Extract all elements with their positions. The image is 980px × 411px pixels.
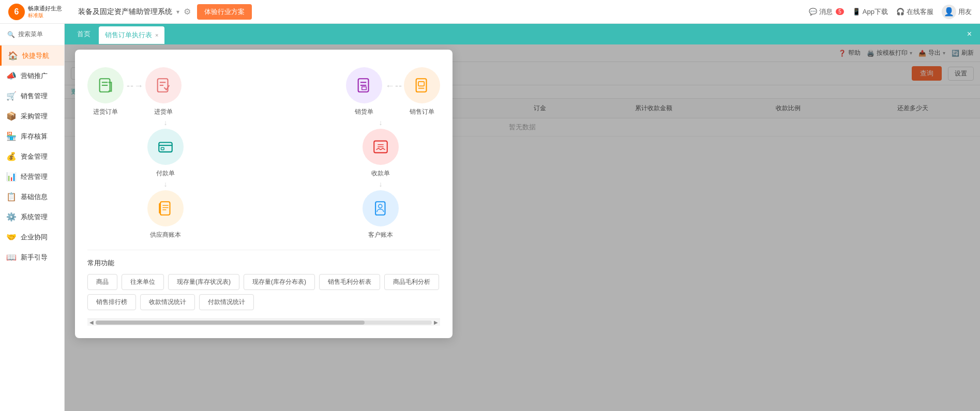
download-icon: 📱: [852, 8, 861, 16]
btn-goods-profit[interactable]: 商品毛利分析: [384, 274, 439, 290]
supplier-ledger-icon: [147, 190, 184, 226]
app-download-button[interactable]: 📱 App下载: [852, 7, 888, 17]
btn-sales-ranking[interactable]: 销售排行榜: [87, 294, 136, 310]
marketing-icon: 📣: [6, 71, 17, 81]
svg-rect-15: [161, 147, 164, 149]
scroll-track: [96, 321, 432, 325]
scroll-bar-area: ◀ ▶: [87, 318, 440, 326]
finance-icon: 💰: [6, 151, 17, 161]
top-bar: 6 畅康通好生意 标准版 装备及固定资产辅助管理系统 ▾ ⚙ 体验行业方案 💬 …: [0, 0, 980, 24]
purchase-bill-node[interactable]: 进货单: [145, 67, 182, 116]
purchase-order-node[interactable]: 进货订单: [87, 67, 124, 116]
btn-goods[interactable]: 商品: [87, 274, 117, 290]
search-icon: 🔍: [7, 31, 15, 38]
content-area: 首页 销售订单执行表 × × ❓ 帮助 🖨️ 按模板打印: [65, 24, 980, 411]
svg-rect-11: [418, 82, 424, 86]
sidebar-item-system[interactable]: ⚙️ 系统管理: [0, 207, 64, 227]
logo-text: 畅康通好生意 标准版: [28, 5, 62, 19]
message-icon: 💬: [809, 8, 817, 16]
btn-stock-distribution[interactable]: 现存量(库存分布表): [244, 274, 315, 290]
modal-overlay: 进货订单 - - → 进货单: [65, 44, 980, 411]
svg-rect-20: [159, 203, 160, 214]
svg-rect-9: [362, 87, 367, 90]
sidebar-item-finance[interactable]: 💰 资金管理: [0, 146, 64, 166]
guide-icon: 📖: [6, 252, 17, 262]
enterprise-icon: 🤝: [6, 232, 17, 242]
scroll-left-button[interactable]: ◀: [89, 319, 94, 325]
logo-area: 6 畅康通好生意 标准版: [8, 4, 73, 20]
arrow-down-payment: ↓: [164, 180, 168, 188]
sales-order-node[interactable]: 销售订单: [404, 67, 440, 116]
system-title: 装备及固定资产辅助管理系统 ▾ ⚙ 体验行业方案: [73, 4, 809, 20]
inventory-icon: 🏪: [6, 131, 17, 141]
btn-receipt-stats[interactable]: 收款情况统计: [140, 294, 195, 310]
app-wrapper: 6 畅康通好生意 标准版 装备及固定资产辅助管理系统 ▾ ⚙ 体验行业方案 💬 …: [0, 0, 980, 411]
sales-icon: 🛒: [6, 91, 17, 101]
btn-payment-stats[interactable]: 付款情况统计: [199, 294, 254, 310]
btn-stock-status[interactable]: 现存量(库存状况表): [168, 274, 239, 290]
arrow-down-sales: ↓: [379, 118, 383, 127]
payment-icon: [147, 129, 184, 165]
tab-close-icon[interactable]: ×: [155, 32, 158, 38]
customer-ledger-node[interactable]: 客户账本: [363, 190, 399, 239]
experience-button[interactable]: 体验行业方案: [197, 4, 252, 20]
arrow-down-purchase: ↓: [164, 118, 168, 127]
main-area: 🔍 搜索菜单 🏠 快捷导航 📣 营销推广 🛒 销售管理 📦 采购管理: [0, 24, 980, 411]
common-functions-section: 常用功能 商品 往来单位 现存量(库存状况表) 现存量(库存分布表) 销售毛利分…: [87, 250, 440, 310]
basic-icon: 📋: [6, 192, 17, 202]
avatar: 👤: [942, 5, 956, 19]
system-name: 装备及固定资产辅助管理系统: [78, 7, 172, 17]
sidebar-item-guide[interactable]: 📖 新手引导: [0, 247, 64, 267]
home-icon: 🏠: [8, 51, 18, 60]
svg-rect-13: [159, 143, 172, 152]
common-functions-title: 常用功能: [87, 258, 440, 268]
supplier-ledger-node[interactable]: 供应商账本: [147, 190, 184, 239]
system-icon: ⚙️: [6, 212, 17, 222]
dropdown-arrow-icon[interactable]: ▾: [176, 8, 179, 16]
flow-modal: 进货订单 - - → 进货单: [75, 50, 453, 338]
scroll-thumb[interactable]: [96, 321, 365, 325]
tab-bar-close-button[interactable]: ×: [963, 29, 976, 39]
receipt-icon: [363, 129, 399, 165]
arrow-down-receipt: ↓: [379, 180, 383, 188]
sidebar: 🔍 搜索菜单 🏠 快捷导航 📣 营销推广 🛒 销售管理 📦 采购管理: [0, 24, 65, 411]
btn-sales-profit[interactable]: 销售毛利分析表: [319, 274, 380, 290]
sales-order-icon: [404, 67, 440, 103]
btn-partners[interactable]: 往来单位: [122, 274, 164, 290]
common-buttons-row: 商品 往来单位 现存量(库存状况表) 现存量(库存分布表) 销售毛利分析表 商品…: [87, 274, 440, 290]
flow-diagram: 进货订单 - - → 进货单: [87, 62, 440, 250]
search-menu-button[interactable]: 🔍 搜索菜单: [4, 28, 60, 41]
sidebar-item-enterprise[interactable]: 🤝 企业协同: [0, 227, 64, 247]
scroll-right-button[interactable]: ▶: [434, 319, 438, 325]
svg-point-25: [379, 204, 382, 208]
purchase-icon: 📦: [6, 111, 17, 121]
sidebar-item-purchase[interactable]: 📦 采购管理: [0, 106, 64, 126]
page-content: ❓ 帮助 🖨️ 按模板打印 ▾ 📤 导出 ▾ 🔄: [65, 44, 980, 411]
top-right-actions: 💬 消息 5 📱 App下载 🎧 在线客服 👤 用友: [809, 5, 972, 19]
sidebar-item-quick-nav[interactable]: 🏠 快捷导航: [0, 45, 64, 66]
sales-bill-icon: [346, 67, 382, 103]
tab-home[interactable]: 首页: [69, 24, 99, 44]
sidebar-item-operations[interactable]: 📊 经营管理: [0, 166, 64, 187]
user-profile[interactable]: 👤 用友: [942, 5, 972, 19]
message-button[interactable]: 💬 消息 5: [809, 7, 844, 17]
tab-bar: 首页 销售订单执行表 × ×: [65, 24, 980, 44]
tab-active[interactable]: 销售订单执行表 ×: [99, 26, 164, 44]
payment-node[interactable]: 付款单: [147, 129, 184, 178]
purchase-order-icon: [87, 67, 124, 103]
sidebar-item-sales[interactable]: 🛒 销售管理: [0, 86, 64, 106]
settings-icon[interactable]: ⚙: [184, 7, 191, 17]
sidebar-item-inventory[interactable]: 🏪 库存核算: [0, 126, 64, 146]
sidebar-item-basic[interactable]: 📋 基础信息: [0, 187, 64, 207]
customer-ledger-icon: [363, 190, 399, 226]
receipt-node[interactable]: 收款单: [363, 129, 399, 178]
sidebar-item-marketing[interactable]: 📣 营销推广: [0, 66, 64, 86]
svg-rect-10: [416, 79, 427, 92]
logo-icon: 6: [8, 4, 25, 20]
online-service-button[interactable]: 🎧 在线客服: [896, 7, 933, 17]
sidebar-search-area: 🔍 搜索菜单: [0, 24, 64, 45]
purchase-bill-icon: [145, 67, 182, 103]
common-buttons-row2: 销售排行榜 收款情况统计 付款情况统计: [87, 294, 440, 310]
sales-bill-node[interactable]: 销货单: [346, 67, 382, 116]
message-badge: 5: [836, 8, 844, 15]
